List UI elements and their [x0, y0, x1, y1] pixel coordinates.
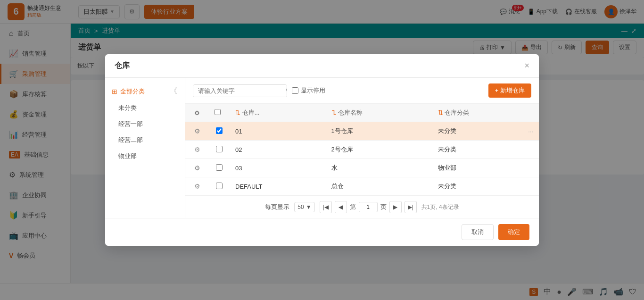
row-name: 总仓 [326, 177, 432, 196]
page-unit: 页 [380, 203, 387, 211]
gear-col-icon: ⚙ [194, 109, 200, 117]
cat-item-1[interactable]: 经营一部 [105, 116, 185, 132]
cat-collapse-icon[interactable]: 《 [168, 86, 179, 96]
cancel-button[interactable]: 取消 [462, 224, 494, 240]
row-category: 未分类 [432, 141, 539, 158]
row-gear-cell: ⚙ [185, 122, 209, 141]
select-all-checkbox[interactable] [215, 109, 221, 115]
show-disabled-row: 显示停用 [292, 86, 325, 95]
col-checkbox-header [209, 104, 230, 122]
prev-page-button[interactable]: ◀ [335, 201, 347, 213]
row-code: DEFAULT [230, 177, 326, 196]
show-disabled-label: 显示停用 [301, 86, 325, 95]
row-name: 水 [326, 159, 432, 177]
page-navigation: |◀ ◀ 第 页 ▶ ▶| [320, 201, 417, 213]
grid-icon: ⊞ [112, 88, 117, 95]
table-row[interactable]: ⚙ 02 2号仓库 未分类 [185, 141, 539, 159]
modal-header: 仓库 × [105, 54, 539, 78]
row-category: 未分类 [432, 177, 539, 195]
page-input[interactable] [359, 202, 378, 212]
row-checkbox[interactable] [216, 183, 223, 189]
sort-icon: ⇅ [235, 109, 240, 116]
modal-footer: 取消 确定 [105, 218, 539, 246]
modal-toolbar: 🔍 显示停用 + 新增仓库 [185, 78, 539, 104]
per-page-label: 每页显示 [265, 203, 289, 211]
category-sidebar: ⊞ 全部分类 《 未分类 经营一部 经营二部 物业部 [105, 78, 185, 218]
modal-title: 仓库 [115, 61, 130, 71]
show-disabled-checkbox[interactable] [292, 87, 298, 94]
cat-sort-icon: ⇅ [438, 109, 443, 116]
page-total: 共1页, 4条记录 [421, 203, 459, 211]
row-gear-cell: ⚙ [185, 141, 209, 159]
cat-item-0[interactable]: 未分类 [105, 100, 185, 116]
search-input[interactable] [193, 85, 282, 97]
col-category-header[interactable]: ⇅ 仓库分类 [432, 104, 539, 122]
warehouse-data-table: ⚙ ⇅ 仓库... ⇅ [185, 104, 539, 196]
modal-close-button[interactable]: × [524, 61, 529, 71]
row-code: 02 [230, 141, 326, 159]
table-body: ⚙ 01 1号仓库 未分类··· ⚙ 02 2号仓库 未分类 ⚙ 03 水 物业… [185, 122, 539, 196]
table-row[interactable]: ⚙ DEFAULT 总仓 未分类 [185, 177, 539, 196]
col-code-header[interactable]: ⇅ 仓库... [230, 104, 326, 122]
category-all-label: 全部分类 [120, 87, 145, 96]
first-page-button[interactable]: |◀ [320, 201, 332, 213]
row-checkbox-cell [209, 159, 230, 177]
row-code: 03 [230, 159, 326, 177]
row-checkbox[interactable] [216, 146, 223, 152]
search-icon[interactable]: 🔍 [282, 85, 287, 97]
row-name: 2号仓库 [326, 141, 432, 159]
search-box: 🔍 [193, 84, 287, 97]
row-name: 1号仓库 [326, 122, 432, 141]
row-gear-cell: ⚙ [185, 159, 209, 177]
table-row[interactable]: ⚙ 01 1号仓库 未分类··· [185, 122, 539, 141]
row-code: 01 [230, 122, 326, 141]
row-more-btn[interactable]: ··· [528, 128, 533, 135]
name-sort-icon: ⇅ [331, 109, 337, 116]
add-warehouse-button[interactable]: + 新增仓库 [488, 83, 531, 98]
col-name-header[interactable]: ⇅ 仓库名称 [326, 104, 432, 122]
row-checkbox[interactable] [216, 127, 223, 134]
category-all-header[interactable]: ⊞ 全部分类 《 [105, 83, 185, 100]
modal-main-area: 🔍 显示停用 + 新增仓库 ⚙ [185, 78, 539, 218]
row-category: 未分类··· [432, 122, 539, 140]
page-size-value: 50 [297, 204, 304, 210]
page-size-arrow: ▼ [306, 204, 312, 210]
cat-item-3[interactable]: 物业部 [105, 148, 185, 164]
row-checkbox-cell [209, 122, 230, 141]
row-checkbox-cell [209, 141, 230, 159]
modal-overlay: 仓库 × ⊞ 全部分类 《 未分类 经营一部 [0, 0, 644, 300]
cat-title-row: ⊞ 全部分类 [112, 87, 145, 96]
warehouse-modal: 仓库 × ⊞ 全部分类 《 未分类 经营一部 [105, 54, 539, 246]
row-checkbox[interactable] [216, 164, 223, 171]
page-size-selector[interactable]: 50 ▼ [294, 202, 314, 212]
last-page-button[interactable]: ▶| [405, 201, 417, 213]
col-gear: ⚙ [185, 104, 209, 122]
row-checkbox-cell [209, 177, 230, 196]
modal-pagination: 每页显示 50 ▼ |◀ ◀ 第 页 ▶ ▶| 共1页, 4条记录 [185, 196, 539, 218]
page-prefix: 第 [350, 203, 356, 211]
warehouse-table: ⚙ ⇅ 仓库... ⇅ [185, 104, 539, 196]
confirm-button[interactable]: 确定 [498, 224, 529, 240]
row-category: 物业部 [432, 159, 539, 177]
next-page-button[interactable]: ▶ [389, 201, 402, 213]
modal-body: ⊞ 全部分类 《 未分类 经营一部 经营二部 物业部 [105, 78, 539, 218]
table-row[interactable]: ⚙ 03 水 物业部 [185, 159, 539, 177]
row-gear-cell: ⚙ [185, 177, 209, 196]
cat-item-2[interactable]: 经营二部 [105, 132, 185, 148]
table-header: ⚙ ⇅ 仓库... ⇅ [185, 104, 539, 122]
